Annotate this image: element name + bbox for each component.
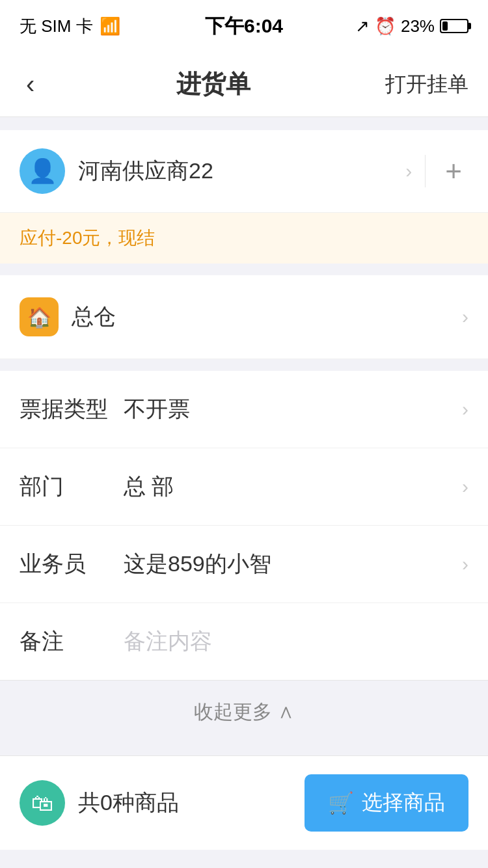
remark-input[interactable]: 备注内容	[124, 627, 468, 657]
add-supplier-button[interactable]: +	[439, 155, 468, 187]
status-right: ↗ ⏰ 23%	[355, 16, 468, 36]
salesperson-label: 业务员	[20, 549, 117, 579]
collapse-button[interactable]: 收起更多 ∧	[0, 680, 488, 744]
supplier-actions: › +	[405, 155, 468, 187]
bottom-bar: 🛍 共0种商品 🛒 选择商品	[0, 755, 488, 850]
product-count-text: 共0种商品	[78, 788, 291, 818]
open-pending-button[interactable]: 打开挂单	[385, 70, 468, 99]
invoice-type-label: 票据类型	[20, 394, 117, 424]
back-button[interactable]: ‹	[20, 63, 41, 105]
invoice-type-chevron-icon: ›	[462, 398, 468, 420]
select-product-label: 选择商品	[362, 789, 445, 817]
cart-icon: 🛍	[31, 791, 53, 816]
page-title: 进货单	[176, 68, 251, 101]
warehouse-chevron-icon: ›	[462, 306, 468, 328]
nav-bar: ‹ 进货单 打开挂单	[0, 52, 488, 117]
location-icon: ↗	[355, 16, 370, 36]
warehouse-row[interactable]: 🏠 总仓 ›	[0, 275, 488, 359]
vertical-divider	[425, 155, 426, 187]
notice-text: 应付-20元，现结	[20, 228, 155, 248]
avatar: 👤	[20, 148, 65, 194]
notice-bar: 应付-20元，现结	[0, 213, 488, 264]
empty-content-area	[0, 850, 488, 868]
salesperson-value: 这是859的小智	[124, 549, 462, 579]
wifi-icon: 📶	[100, 16, 120, 36]
select-product-button[interactable]: 🛒 选择商品	[305, 774, 468, 832]
carrier-text: 无 SIM 卡	[20, 15, 93, 38]
department-label: 部门	[20, 472, 117, 502]
salesperson-row[interactable]: 业务员 这是859的小智 ›	[0, 526, 488, 603]
supplier-chevron-icon: ›	[405, 160, 412, 182]
invoice-type-value: 不开票	[124, 394, 462, 424]
department-row[interactable]: 部门 总 部 ›	[0, 448, 488, 526]
product-count-icon-wrap: 🛍	[20, 780, 65, 826]
section-divider-1	[0, 264, 488, 275]
supplier-name: 河南供应商22	[78, 156, 405, 186]
person-icon: 👤	[28, 157, 57, 185]
supplier-section: 👤 河南供应商22 › + 应付-20元，现结	[0, 130, 488, 264]
form-section: 票据类型 不开票 › 部门 总 部 › 业务员 这是859的小智 › 备注 备注…	[0, 371, 488, 680]
status-bar: 无 SIM 卡 📶 下午6:04 ↗ ⏰ 23%	[0, 0, 488, 52]
warehouse-icon: 🏠	[27, 306, 51, 329]
salesperson-chevron-icon: ›	[462, 553, 468, 575]
battery-icon	[440, 19, 468, 33]
warehouse-name: 总仓	[72, 302, 462, 332]
remark-row[interactable]: 备注 备注内容	[0, 603, 488, 680]
supplier-row[interactable]: 👤 河南供应商22 › +	[0, 130, 488, 213]
remark-label: 备注	[20, 627, 117, 657]
invoice-type-row[interactable]: 票据类型 不开票 ›	[0, 371, 488, 448]
alarm-icon: ⏰	[375, 16, 396, 36]
department-chevron-icon: ›	[462, 476, 468, 498]
top-divider	[0, 117, 488, 130]
battery-percent: 23%	[401, 16, 435, 36]
department-value: 总 部	[124, 472, 462, 502]
select-product-icon: 🛒	[328, 791, 354, 815]
status-time: 下午6:04	[205, 13, 283, 40]
status-left: 无 SIM 卡 📶	[20, 15, 120, 38]
collapse-label: 收起更多 ∧	[194, 701, 293, 722]
section-divider-2	[0, 359, 488, 371]
warehouse-icon-wrap: 🏠	[20, 297, 59, 336]
